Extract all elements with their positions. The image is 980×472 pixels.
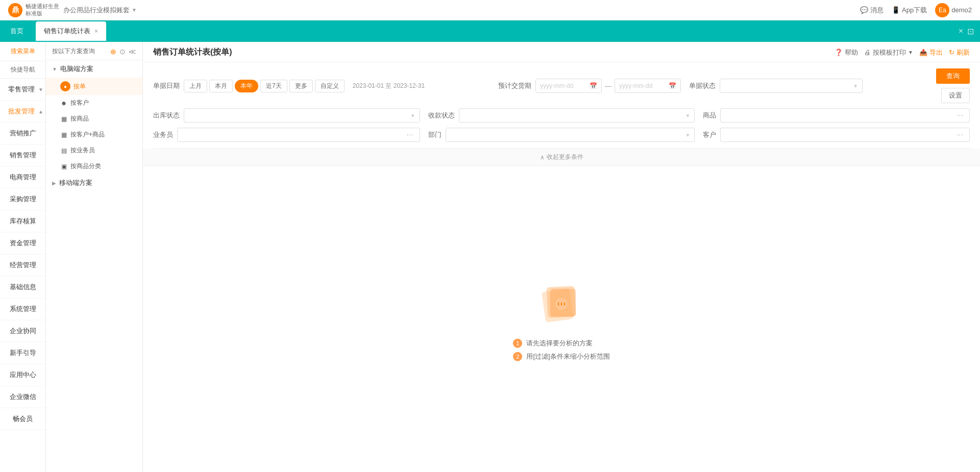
scheme-item-by-order[interactable]: ● 按单	[46, 78, 142, 95]
sidebar-item-sales[interactable]: 销售管理	[0, 145, 45, 167]
pay-status-label: 收款状态	[428, 111, 455, 120]
message-button[interactable]: 💬 消息	[860, 6, 884, 15]
empty-state: 1 请先选择要分析的方案 2 用[过滤]条件来缩小分析范围	[143, 166, 980, 472]
sidebar-item-newbie[interactable]: 新手引导	[0, 342, 45, 364]
expected-date-label: 预计交货期	[498, 81, 531, 90]
sidebar-item-wholesale[interactable]: 批发管理 ▲	[0, 101, 45, 123]
sidebar-item-ecommerce[interactable]: 电商管理	[0, 167, 45, 188]
tab-close-button[interactable]: ×	[94, 28, 98, 35]
collapse-bar[interactable]: ∧ 收起更多条件	[143, 149, 980, 166]
user-avatar-button[interactable]: Ea demo2	[935, 3, 972, 17]
ship-status-select[interactable]: ▼	[184, 108, 420, 123]
sidebar-item-corp[interactable]: 企业协同	[0, 320, 45, 342]
date-range-text: 2023-01-01 至 2023-12-31	[353, 82, 425, 90]
doc-status-arrow-icon: ▼	[853, 83, 858, 89]
scheme-edit-icon[interactable]: ⊙	[119, 48, 126, 56]
more-btn[interactable]: 更多	[289, 80, 313, 92]
this-year-btn[interactable]: 本年	[235, 80, 258, 92]
export-button[interactable]: 📤 导出	[919, 48, 943, 57]
sidebar-item-purchase[interactable]: 采购管理	[0, 188, 45, 210]
filter-section: 单据日期 上月 本月 本年 近7天 更多 自定义 2023-01-01 至 20…	[143, 62, 980, 149]
dept-arrow-icon: ▼	[685, 132, 690, 138]
filter-section-inner: 单据日期 上月 本月 本年 近7天 更多 自定义 2023-01-01 至 20…	[153, 62, 970, 149]
refresh-button[interactable]: ↻ 刷新	[949, 48, 970, 57]
scheme-item-by-salesman[interactable]: ▤ 按业务员	[46, 143, 142, 158]
avatar: Ea	[935, 3, 949, 17]
refresh-icon: ↻	[949, 49, 954, 56]
window-maximize-button[interactable]: ⊡	[967, 27, 974, 36]
scheme-item-by-product[interactable]: ▦ 按商品	[46, 111, 142, 127]
empty-illustration	[536, 277, 587, 328]
sidebar-quicknav[interactable]: 快捷导航	[0, 61, 45, 79]
category-scheme-icon: ▣	[60, 163, 67, 170]
sidebar-item-finance[interactable]: 资金管理	[0, 232, 45, 254]
dept-label: 部门	[428, 130, 442, 139]
expected-date-start-input[interactable]: yyyy-mm-dd 📅	[535, 79, 602, 93]
salesman-scheme-icon: ▤	[60, 147, 67, 154]
date-button-group: 上月 本月 本年 近7天 更多 自定义	[184, 80, 345, 92]
expected-date-group: 预计交货期 yyyy-mm-dd 📅 — yyyy-mm-dd 📅	[498, 79, 681, 93]
settings-button[interactable]: 设置	[941, 88, 970, 103]
print-button[interactable]: 🖨 按模板打印 ▼	[864, 48, 913, 57]
this-month-btn[interactable]: 本月	[209, 80, 233, 92]
sidebar-item-system[interactable]: 系统管理	[0, 298, 45, 320]
pay-status-arrow-icon: ▼	[685, 113, 690, 119]
expected-date-input-group: yyyy-mm-dd 📅 — yyyy-mm-dd 📅	[535, 79, 681, 93]
goods-label: 商品	[703, 111, 716, 120]
sidebar-item-apps[interactable]: 应用中心	[0, 364, 45, 386]
scheme-add-icon[interactable]: ⊕	[110, 48, 116, 56]
salesman-item: 业务员 ···	[153, 128, 420, 142]
sidebar-item-marketing[interactable]: 营销推广	[0, 123, 45, 145]
doc-status-group: 单据状态 ▼	[689, 79, 863, 93]
tip1-number: 1	[513, 339, 522, 348]
tab-bar: 首页 销售订单统计表 × × ⊡	[0, 20, 980, 42]
collapse-label: 收起更多条件	[547, 153, 583, 161]
tab-sales-order-stats[interactable]: 销售订单统计表 ×	[36, 21, 106, 41]
logo-char: 鼎	[12, 6, 19, 15]
sidebar-item-inventory[interactable]: 库存核算	[0, 210, 45, 232]
scheme-item-by-cust-prod[interactable]: ▦ 按客户+商品	[46, 127, 142, 143]
content-area: 按以下方案查询 ⊕ ⊙ ≪ ▼ 电脑端方案 ● 按单	[46, 42, 980, 472]
breadcrumb[interactable]: 办公用品行业模拟账套 ▼	[63, 6, 137, 15]
help-button[interactable]: ❓ 帮助	[835, 48, 858, 57]
pc-group-arrow-icon: ▼	[52, 66, 57, 72]
scheme-collapse-icon[interactable]: ≪	[129, 48, 136, 56]
download-icon: 📱	[892, 6, 900, 14]
sidebar-item-wechat[interactable]: 企业微信	[0, 386, 45, 408]
salesman-select[interactable]: ···	[177, 128, 420, 142]
scheme-mobile-group-header[interactable]: ▶ 移动端方案	[46, 174, 142, 192]
pay-status-select[interactable]: ▼	[459, 108, 695, 123]
sidebar-item-member[interactable]: 畅会员	[0, 408, 45, 430]
window-close-button[interactable]: ×	[959, 27, 963, 36]
filter-row-1: 单据日期 上月 本月 本年 近7天 更多 自定义 2023-01-01 至 20…	[153, 68, 970, 103]
ship-status-arrow-icon: ▼	[410, 113, 415, 119]
scheme-item-by-category[interactable]: ▣ 按商品分类	[46, 158, 142, 174]
scheme-header-icons: ⊕ ⊙ ≪	[110, 48, 136, 56]
query-button[interactable]: 查询	[936, 68, 970, 84]
scheme-item-by-customer[interactable]: ☻ 按客户	[46, 95, 142, 111]
scheme-pc-group-header[interactable]: ▼ 电脑端方案	[46, 60, 142, 78]
customer-dots-icon[interactable]: ···	[954, 130, 965, 139]
customer-select[interactable]: ···	[720, 128, 970, 142]
empty-tip-1: 1 请先选择要分析的方案	[513, 339, 609, 348]
calendar-end-icon: 📅	[669, 82, 676, 89]
sidebar-item-retail[interactable]: 零售管理 ▼	[0, 79, 45, 101]
expected-date-end-input[interactable]: yyyy-mm-dd 📅	[615, 79, 681, 93]
print-icon: 🖨	[864, 49, 871, 56]
sidebar-search[interactable]: 搜索菜单	[0, 42, 45, 61]
last-month-btn[interactable]: 上月	[184, 80, 207, 92]
doc-status-select[interactable]: ▼	[720, 79, 863, 93]
goods-select[interactable]: ···	[720, 108, 970, 123]
sidebar-item-basic[interactable]: 基础信息	[0, 276, 45, 298]
main-layout: 搜索菜单 快捷导航 零售管理 ▼ 批发管理 ▲ 营销推广 销售管理 电商管理 采…	[0, 42, 980, 472]
goods-dots-icon[interactable]: ···	[954, 111, 965, 120]
last7-btn[interactable]: 近7天	[260, 80, 287, 92]
logo-area: 鼎 畅捷通好生意 标准版	[8, 3, 59, 17]
top-bar: 鼎 畅捷通好生意 标准版 办公用品行业模拟账套 ▼ 💬 消息 📱 App下载 E…	[0, 0, 980, 20]
salesman-dots-icon[interactable]: ···	[404, 130, 415, 139]
sidebar-item-operations[interactable]: 经营管理	[0, 254, 45, 276]
dept-select[interactable]: ▼	[446, 128, 695, 142]
tab-home[interactable]: 首页	[0, 20, 34, 42]
app-download-button[interactable]: 📱 App下载	[892, 6, 927, 15]
custom-btn[interactable]: 自定义	[315, 80, 345, 92]
